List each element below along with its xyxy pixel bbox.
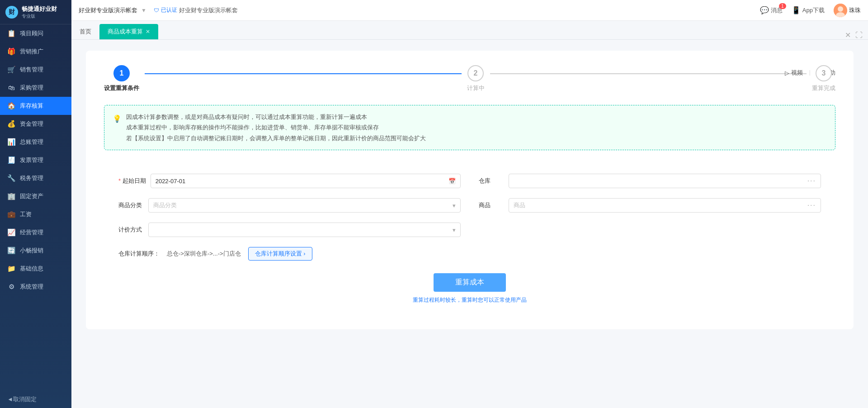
tax-icon: 🔧 xyxy=(7,174,15,182)
sidebar-item-salary[interactable]: 💼 工资 xyxy=(0,205,71,223)
sidebar-item-inventory[interactable]: 🏠 库存核算 xyxy=(0,97,71,115)
sidebar-item-label: 经营管理 xyxy=(20,228,43,237)
info-box: 💡 因成本计算参数调整，或是对商品成本有疑问时，可以通过成本重算功能，重新计算一… xyxy=(104,105,835,150)
app-name: 畅捷通好业财 xyxy=(22,5,57,13)
avatar xyxy=(834,4,847,17)
system-icon: ⚙ xyxy=(7,283,15,291)
sidebar-item-label: 发票管理 xyxy=(20,156,43,164)
category-label: 商品分类 xyxy=(118,201,144,209)
account-select-text: 好业财专业版演示帐套 xyxy=(79,6,137,14)
mobile-icon: 📱 xyxy=(792,6,801,14)
form-row-2: 商品分类 商品分类 ▾ 商品 商品 ··· xyxy=(118,198,821,213)
goods-dots-icon[interactable]: ··· xyxy=(807,201,816,209)
sidebar-item-purchase[interactable]: 🛍 采购管理 xyxy=(0,79,71,97)
goods-placeholder: 商品 xyxy=(514,201,806,209)
account-selector[interactable]: 好业财专业版演示帐套 ▼ xyxy=(79,6,146,14)
start-date-input[interactable]: 2022-07-01 📅 xyxy=(151,174,461,188)
tab-home-label: 首页 xyxy=(80,28,91,36)
warehouse-order-row: 仓库计算顺序： 总仓->深圳仓库->...->门店仓 仓库计算顺序设置 › xyxy=(118,247,821,261)
sidebar-item-project[interactable]: 📋 项目顾问 xyxy=(0,24,71,43)
sidebar-item-label: 系统管理 xyxy=(20,283,43,291)
category-group: 商品分类 商品分类 ▾ xyxy=(118,198,461,213)
finance-icon: 💰 xyxy=(7,120,15,128)
close-tab-icon[interactable]: ✕ xyxy=(845,31,851,39)
purchase-icon: 🛍 xyxy=(7,84,15,92)
content-card: 1 设置重算条件 2 计算中 xyxy=(86,51,854,329)
step-2: 2 计算中 xyxy=(467,65,485,92)
expand-icon[interactable]: ⛶ xyxy=(855,31,863,39)
category-select[interactable]: 商品分类 ▾ xyxy=(148,198,461,213)
step-2-circle: 2 xyxy=(467,65,484,81)
steps: 1 设置重算条件 2 计算中 xyxy=(104,65,835,92)
sidebar-item-sales[interactable]: 🛒 销售管理 xyxy=(0,61,71,79)
sidebar-item-basic[interactable]: 📁 基础信息 xyxy=(0,260,71,278)
step-2-label: 计算中 xyxy=(467,84,485,92)
main-area: 好业财专业版演示帐套 ▼ 🛡 已认证 好业财专业版演示帐套 💬 消息 1 📱 A… xyxy=(71,0,868,408)
unpin-button[interactable]: ◄取消固定 xyxy=(0,391,71,408)
warehouse-dots-icon[interactable]: ··· xyxy=(807,177,816,185)
tab-close-icon[interactable]: ✕ xyxy=(146,28,150,35)
calendar-icon[interactable]: 📅 xyxy=(448,178,456,185)
step-1-label: 设置重算条件 xyxy=(104,84,139,92)
app-download-label: App下载 xyxy=(802,6,825,14)
step-3-label: 重算完成 xyxy=(812,84,835,92)
goods-input[interactable]: 商品 ··· xyxy=(509,198,821,213)
start-date-label: 起始日期 xyxy=(118,177,146,185)
dropdown-icon[interactable]: ▼ xyxy=(141,7,146,14)
unpin-label: ◄取消固定 xyxy=(7,395,37,403)
user-profile[interactable]: 珠珠 xyxy=(834,4,861,17)
sidebar-item-label: 工资 xyxy=(20,210,32,218)
shield-icon: 🛡 xyxy=(154,7,159,14)
info-text: 因成本计算参数调整，或是对商品成本有疑问时，可以通过成本重算功能，重新计算一遍成… xyxy=(126,112,426,143)
step-1-circle: 1 xyxy=(113,65,130,81)
sidebar-item-expense[interactable]: 🔄 小畅报销 xyxy=(0,242,71,260)
message-button[interactable]: 💬 消息 1 xyxy=(760,6,783,14)
verified-badge: 🛡 已认证 xyxy=(154,6,177,14)
basic-icon: 📁 xyxy=(7,265,15,273)
sidebar-item-tax[interactable]: 🔧 税务管理 xyxy=(0,169,71,187)
date-value: 2022-07-01 xyxy=(156,178,448,185)
pricing-group: 计价方式 ▾ xyxy=(118,223,461,237)
pricing-select[interactable]: ▾ xyxy=(148,223,461,237)
logo-icon: 财 xyxy=(5,6,18,19)
sales-icon: 🛒 xyxy=(7,66,15,74)
sidebar-item-accounting[interactable]: 📊 总账管理 xyxy=(0,133,71,151)
sidebar-item-system[interactable]: ⚙ 系统管理 xyxy=(0,278,71,296)
video-link[interactable]: ▷ 视频 xyxy=(785,69,803,77)
tab-home[interactable]: 首页 xyxy=(71,24,99,39)
sidebar-item-operations[interactable]: 📈 经营管理 xyxy=(0,223,71,242)
steps-wrapper: 1 设置重算条件 2 计算中 xyxy=(104,65,835,92)
project-icon: 📋 xyxy=(7,29,15,38)
info-line-2: 成本重算过程中，影响库存账的操作均不能操作，比如进货单、销货单、库存单据不能审核… xyxy=(126,122,426,133)
accounting-icon: 📊 xyxy=(7,138,15,146)
warehouse-order-settings-button[interactable]: 仓库计算顺序设置 › xyxy=(248,247,312,261)
topbar-right: 💬 消息 1 📱 App下载 珠珠 xyxy=(760,4,861,17)
recalc-hint: 重算过程耗时较长，重算时您可以正常使用产品 xyxy=(413,296,527,304)
step-1: 1 设置重算条件 xyxy=(104,65,139,92)
form-row-3: 计价方式 ▾ xyxy=(118,223,821,237)
category-placeholder: 商品分类 xyxy=(153,201,453,209)
recalc-button[interactable]: 重算成本 xyxy=(434,273,506,292)
sidebar-item-finance[interactable]: 💰 资金管理 xyxy=(0,115,71,133)
step-3-circle: 3 xyxy=(816,65,832,81)
sidebar-item-label: 库存核算 xyxy=(20,102,43,110)
warehouse-order-value: 总仓->深圳仓库->...->门店仓 xyxy=(167,250,241,258)
verified-label: 已认证 xyxy=(161,6,177,14)
info-line-3: 若【系统设置】中启用了自动调整记账日期时，会调整入库单的整单记账日期，因此重新计… xyxy=(126,133,426,143)
sidebar-item-marketing[interactable]: 🎁 营销推广 xyxy=(0,43,71,61)
step-3: 3 重算完成 xyxy=(812,65,835,92)
sidebar-item-label: 总账管理 xyxy=(20,138,43,146)
sidebar-item-invoice[interactable]: 🧾 发票管理 xyxy=(0,151,71,169)
sidebar: 财 畅捷通好业财 专业版 📋 项目顾问 🎁 营销推广 🛒 销售管理 🛍 采购管理… xyxy=(0,0,71,408)
sidebar-item-assets[interactable]: 🏢 固定资产 xyxy=(0,187,71,205)
goods-label: 商品 xyxy=(479,201,504,209)
app-version: 专业版 xyxy=(22,13,57,19)
tab-recalc[interactable]: 商品成本重算 ✕ xyxy=(99,24,158,39)
tabbar: 首页 商品成本重算 ✕ ✕ ⛶ xyxy=(71,21,868,40)
tabbar-controls: ✕ ⛶ xyxy=(840,31,868,39)
step-line-1 xyxy=(145,73,462,74)
info-line-1: 因成本计算参数调整，或是对商品成本有疑问时，可以通过成本重算功能，重新计算一遍成… xyxy=(126,112,426,122)
content-area: 1 设置重算条件 2 计算中 xyxy=(71,40,868,408)
warehouse-input[interactable]: ··· xyxy=(509,174,821,188)
app-download-button[interactable]: 📱 App下载 xyxy=(792,6,825,14)
